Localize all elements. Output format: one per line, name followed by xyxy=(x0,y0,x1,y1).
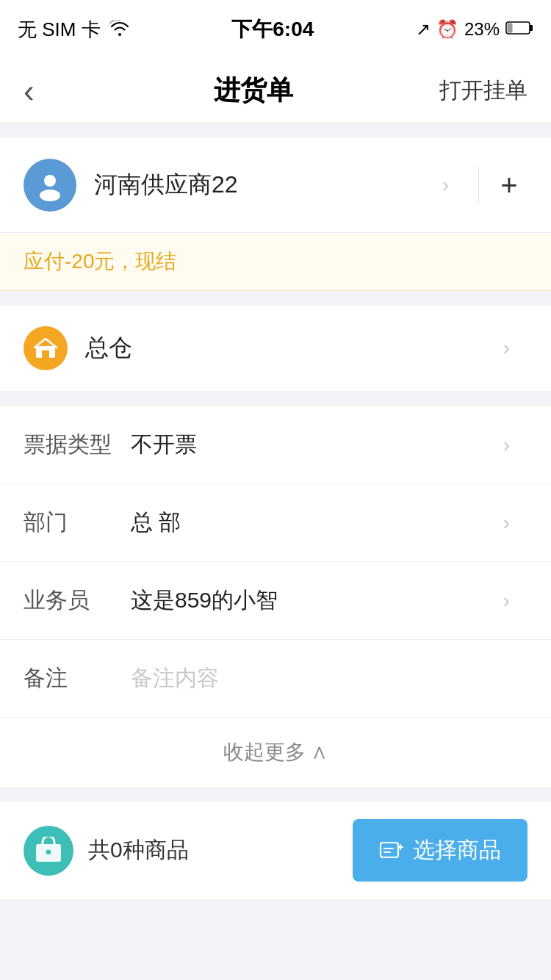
salesperson-chevron-icon: › xyxy=(503,589,510,613)
salesperson-value: 这是859的小智 xyxy=(119,586,503,616)
warehouse-name: 总仓 xyxy=(85,332,503,364)
gap-3 xyxy=(0,391,551,406)
divider xyxy=(478,167,479,203)
supplier-name: 河南供应商22 xyxy=(94,169,442,201)
page-title: 进货单 xyxy=(214,73,293,109)
svg-point-4 xyxy=(40,190,60,201)
form-row-remark[interactable]: 备注 备注内容 xyxy=(0,639,551,717)
battery-text: 23% xyxy=(464,19,500,40)
notice-bar: 应付-20元，现结 xyxy=(0,233,551,291)
nav-bar: ‹ 进货单 打开挂单 xyxy=(0,59,551,123)
form-row-department[interactable]: 部门 总 部 › xyxy=(0,483,551,561)
alarm-icon: ⏰ xyxy=(436,19,458,40)
svg-rect-2 xyxy=(507,24,512,33)
gap-2 xyxy=(0,291,551,306)
select-product-button[interactable]: 选择商品 xyxy=(353,819,527,882)
warehouse-chevron-icon: › xyxy=(503,336,510,360)
remark-input[interactable]: 备注内容 xyxy=(119,663,527,693)
supplier-chevron-icon: › xyxy=(442,173,449,197)
warehouse-icon xyxy=(24,326,68,370)
battery-icon xyxy=(505,19,533,40)
back-button[interactable]: ‹ xyxy=(24,73,68,109)
supplier-avatar xyxy=(24,159,76,212)
form-section: 票据类型 不开票 › 部门 总 部 › 业务员 这是859的小智 › 备注 备注… xyxy=(0,406,551,787)
location-icon: ↗ xyxy=(416,19,431,40)
collapse-button[interactable]: 收起更多 ∧ xyxy=(0,717,551,787)
svg-point-3 xyxy=(44,175,56,187)
add-supplier-button[interactable]: + xyxy=(491,169,527,202)
invoice-chevron-icon: › xyxy=(503,433,510,457)
invoice-label: 票据类型 xyxy=(24,430,119,460)
status-left: 无 SIM 卡 xyxy=(18,17,130,43)
svg-rect-9 xyxy=(381,843,398,857)
no-sim-text: 无 SIM 卡 xyxy=(18,17,101,43)
bottom-bar: 共0种商品 选择商品 xyxy=(0,801,551,899)
warehouse-row[interactable]: 总仓 › xyxy=(0,306,551,391)
status-bar: 无 SIM 卡 下午6:04 ↗ ⏰ 23% xyxy=(0,0,551,59)
invoice-value: 不开票 xyxy=(119,430,503,460)
form-row-salesperson[interactable]: 业务员 这是859的小智 › xyxy=(0,561,551,639)
product-count: 共0种商品 xyxy=(88,835,353,865)
svg-rect-1 xyxy=(530,25,533,31)
warehouse-section[interactable]: 总仓 › xyxy=(0,306,551,391)
status-right: ↗ ⏰ 23% xyxy=(416,19,533,40)
supplier-row[interactable]: 河南供应商22 › + xyxy=(0,138,551,233)
department-label: 部门 xyxy=(24,508,119,538)
supplier-section: 河南供应商22 › + 应付-20元，现结 xyxy=(0,138,551,291)
open-pending-button[interactable]: 打开挂单 xyxy=(439,76,527,106)
product-icon xyxy=(24,826,73,876)
form-row-invoice[interactable]: 票据类型 不开票 › xyxy=(0,406,551,483)
wifi-icon xyxy=(109,18,130,41)
salesperson-label: 业务员 xyxy=(24,586,119,616)
department-chevron-icon: › xyxy=(503,511,510,535)
gap-1 xyxy=(0,123,551,138)
remark-label: 备注 xyxy=(24,663,119,693)
select-product-label: 选择商品 xyxy=(413,835,501,865)
department-value: 总 部 xyxy=(119,508,503,538)
status-time: 下午6:04 xyxy=(231,15,314,43)
svg-rect-8 xyxy=(46,850,51,854)
svg-rect-6 xyxy=(42,350,49,358)
